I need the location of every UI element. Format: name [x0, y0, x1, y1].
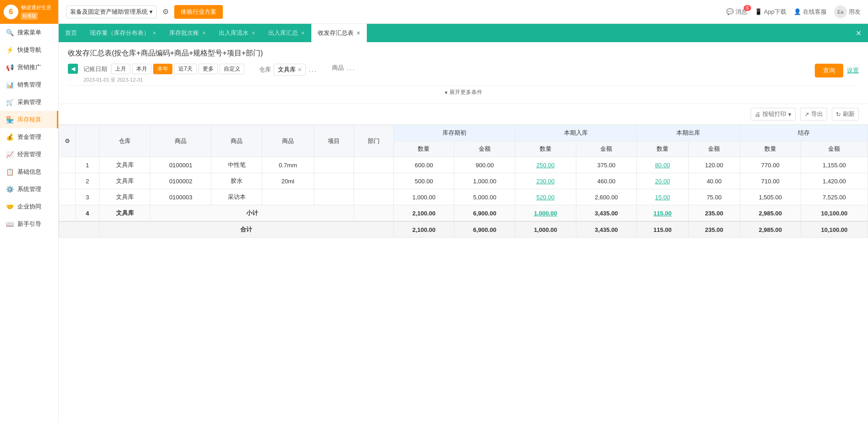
row-out-qty[interactable]: 15.00 — [637, 189, 689, 205]
tab-bar-close[interactable]: ✕ — [849, 29, 868, 38]
product-dots[interactable]: ... — [347, 64, 355, 72]
logo-icon: 6 — [4, 5, 18, 19]
gear-icon[interactable]: ⚙ — [162, 7, 169, 16]
tab-label: 出入库流水 — [219, 29, 249, 37]
row-out-amt: 75.00 — [688, 189, 740, 205]
sidebar-item-采购管理[interactable]: 🛒采购管理 — [0, 93, 58, 111]
expand-button[interactable]: ▾ 展开更多条件 — [445, 88, 482, 96]
user-action[interactable]: Ea 用友 — [834, 5, 861, 18]
date-shortcut-btn[interactable]: 更多 — [199, 64, 218, 74]
sidebar-item-系统管理[interactable]: ⚙️系统管理 — [0, 181, 58, 198]
tab-5[interactable]: 收发存汇总表✕ — [311, 24, 367, 42]
row-product-name: 胶水 — [211, 173, 262, 189]
sidebar-item-label: 快捷导航 — [17, 46, 41, 54]
system-selector[interactable]: 装备及固定资产辅助管理系统 ▾ — [66, 5, 157, 18]
row-settings[interactable] — [59, 189, 76, 205]
sidebar-item-快捷导航[interactable]: ⚡快捷导航 — [0, 41, 58, 59]
print-button[interactable]: 🖨 按钮打印 ▾ — [751, 108, 796, 121]
total-opening-amt: 6,900.00 — [454, 221, 515, 238]
product-spec-col-header: 商品 — [262, 125, 314, 157]
tab-2[interactable]: 库存批次账✕ — [163, 24, 212, 42]
row-settings[interactable] — [59, 157, 76, 173]
row-product-spec: 0.7mm — [262, 157, 314, 173]
sidebar-item-经营管理[interactable]: 📈经营管理 — [0, 146, 58, 163]
product-code-col-header: 商品 — [150, 125, 211, 157]
date-shortcut-btn[interactable]: 本年 — [153, 64, 172, 74]
tab-close-icon[interactable]: ✕ — [251, 30, 255, 36]
total-placeholder: 合计 — [100, 221, 393, 238]
sidebar-icon: 🤝 — [6, 203, 14, 211]
row-warehouse: 文具库 — [100, 173, 150, 189]
sidebar-item-搜索菜单[interactable]: 🔍搜索菜单 — [0, 24, 58, 41]
settings-col-header[interactable]: ⚙ — [59, 125, 76, 157]
sidebar-item-销售管理[interactable]: 📊销售管理 — [0, 76, 58, 93]
opening-amt-header: 金额 — [454, 141, 515, 157]
filter-actions: 查询 设置 — [815, 64, 859, 77]
sidebar-item-库存核算[interactable]: 🏪库存核算 — [0, 111, 58, 128]
date-shortcut-btn[interactable]: 自定义 — [220, 64, 244, 74]
row-opening-qty: 600.00 — [393, 157, 454, 173]
sidebar-item-label: 资金管理 — [17, 133, 41, 141]
tab-label: 现存量（库存分布表） — [90, 29, 149, 37]
row-opening-amt: 1,000.00 — [454, 173, 515, 189]
message-icon: 💬 — [726, 8, 734, 15]
tab-close-icon[interactable]: ✕ — [301, 30, 305, 36]
online-service-action[interactable]: 👤 在线客服 — [794, 8, 827, 16]
row-balance-amt: 1,155.00 — [801, 157, 868, 173]
row-opening-qty: 1,000.00 — [393, 189, 454, 205]
tab-3[interactable]: 出入库流水✕ — [212, 24, 262, 42]
out-qty-header: 数量 — [637, 141, 689, 157]
row-settings[interactable] — [59, 173, 76, 189]
sidebar-item-label: 新手引导 — [17, 220, 41, 228]
sidebar-item-资金管理[interactable]: 💰资金管理 — [0, 128, 58, 146]
setting-link[interactable]: 设置 — [847, 66, 859, 75]
table-row: 3 文具库 0100003 采访本 1,000.00 5,000.00 520.… — [59, 189, 868, 205]
top-header: 装备及固定资产辅助管理系统 ▾ ⚙ 体验行业方案 💬 消息 6 📱 App下载 … — [59, 0, 868, 24]
refresh-button[interactable]: ↻ 刷新 — [832, 108, 859, 121]
warehouse-dots[interactable]: ... — [309, 66, 317, 74]
filter-collapse-btn[interactable]: ◀ — [68, 64, 78, 74]
tab-label: 首页 — [65, 29, 77, 37]
total-in-amt: 3,435.00 — [576, 221, 637, 238]
sidebar-icon: 🔍 — [6, 28, 14, 37]
row-project — [314, 157, 354, 173]
app-download-action[interactable]: 📱 App下载 — [755, 8, 786, 16]
tab-1[interactable]: 现存量（库存分布表）✕ — [83, 24, 163, 42]
in-group-header: 本期入库 — [515, 125, 636, 141]
sidebar-item-新手引导[interactable]: 📖新手引导 — [0, 215, 58, 233]
date-shortcut-btn[interactable]: 本月 — [132, 64, 151, 74]
sidebar-icon: 🛒 — [6, 98, 14, 106]
sidebar-item-label: 营销推广 — [17, 63, 41, 71]
query-button[interactable]: 查询 — [815, 64, 843, 77]
tab-close-icon[interactable]: ✕ — [202, 30, 206, 36]
date-shortcut-btn[interactable]: 上月 — [111, 64, 130, 74]
warehouse-tag-close[interactable]: ✕ — [298, 67, 302, 73]
department-col-header: 部门 — [354, 125, 393, 157]
sidebar-item-label: 销售管理 — [17, 81, 41, 89]
row-out-qty[interactable]: 20.00 — [637, 173, 689, 189]
experience-button[interactable]: 体验行业方案 — [174, 5, 223, 19]
tab-close-icon[interactable]: ✕ — [356, 30, 360, 36]
tab-4[interactable]: 出入库汇总✕ — [262, 24, 311, 42]
tab-close-icon[interactable]: ✕ — [152, 30, 156, 36]
sidebar-icon: ⚙️ — [6, 185, 14, 193]
sidebar-item-label: 系统管理 — [17, 185, 41, 193]
export-button[interactable]: ↗ 导出 — [800, 108, 827, 121]
date-shortcut-btn[interactable]: 近7天 — [174, 64, 197, 74]
total-opening-qty: 2,100.00 — [393, 221, 454, 238]
row-out-qty[interactable]: 80.00 — [637, 157, 689, 173]
row-in-qty[interactable]: 230.00 — [515, 173, 576, 189]
total-out-qty: 115.00 — [637, 221, 689, 238]
sidebar-item-企业协同[interactable]: 🤝企业协同 — [0, 198, 58, 215]
sidebar-item-基础信息[interactable]: 📋基础信息 — [0, 163, 58, 181]
in-amt-header: 金额 — [576, 141, 637, 157]
table-toolbar: 🖨 按钮打印 ▾ ↗ 导出 ↻ 刷新 — [59, 104, 868, 125]
row-in-qty[interactable]: 250.00 — [515, 157, 576, 173]
total-row: 合计 2,100.00 6,900.00 1,000.00 3,435.00 1… — [59, 221, 868, 238]
main-content: 装备及固定资产辅助管理系统 ▾ ⚙ 体验行业方案 💬 消息 6 📱 App下载 … — [59, 0, 868, 423]
row-in-qty[interactable]: 520.00 — [515, 189, 576, 205]
tab-0[interactable]: 首页 — [59, 24, 83, 42]
warehouse-label: 仓库 — [259, 66, 271, 74]
message-action[interactable]: 💬 消息 6 — [726, 8, 747, 16]
sidebar-item-营销推广[interactable]: 📢营销推广 — [0, 59, 58, 76]
